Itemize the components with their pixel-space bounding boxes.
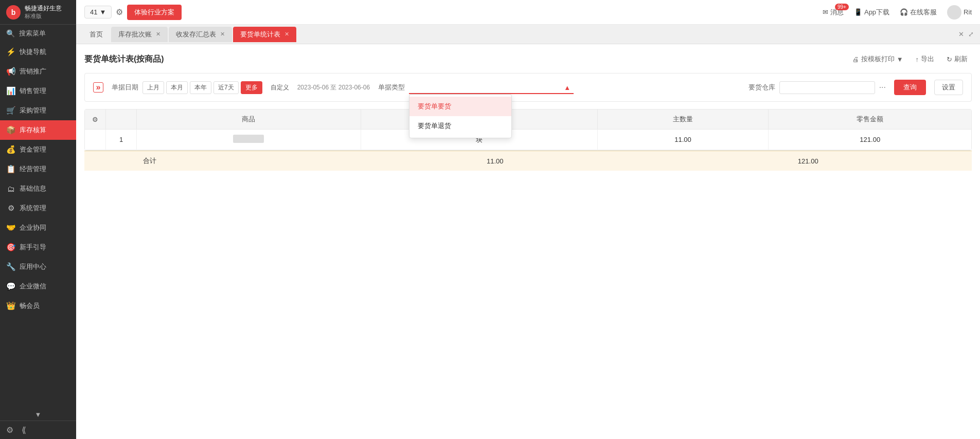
app-center-icon: 🔧 — [6, 262, 15, 271]
sidebar-item-quick-nav[interactable]: ⚡ 快捷导航 — [0, 42, 76, 62]
sidebar-item-guide[interactable]: 🎯 新手引导 — [0, 237, 76, 257]
phone-icon: 📱 — [854, 8, 862, 16]
online-service-item[interactable]: 🎧 在线客服 — [900, 8, 937, 17]
tab-home[interactable]: 首页 — [82, 27, 110, 42]
col-amount: 零售金额 — [769, 109, 971, 130]
table-row: 1 块 11.00 121.00 — [85, 130, 971, 150]
sidebar-item-purchase[interactable]: 🛒 采购管理 — [0, 101, 76, 120]
sidebar-item-enterprise-coop[interactable]: 🤝 企业协同 — [0, 218, 76, 237]
type-filter-label: 单据类型 — [378, 83, 405, 92]
dropdown-option-purchase-order[interactable]: 要货单要货 — [409, 97, 511, 116]
sidebar-item-app-center[interactable]: 🔧 应用中心 — [0, 257, 76, 277]
close-receive-summary-icon[interactable]: ✕ — [220, 31, 225, 38]
footer-settings-icon[interactable]: ⚙ — [6, 425, 13, 435]
guide-icon: 🎯 — [6, 243, 15, 252]
sales-icon: 📊 — [6, 86, 15, 96]
refresh-icon: ↻ — [947, 56, 952, 63]
refresh-button[interactable]: ↻ 刷新 — [942, 52, 972, 66]
enterprise-coop-icon: 🤝 — [6, 223, 15, 232]
tabs-right: ✕ ⤢ — [958, 30, 974, 38]
date-filter-label: 单据日期 — [112, 83, 138, 92]
sidebar-item-operation[interactable]: 📋 经营管理 — [0, 159, 76, 179]
filter-row: » 单据日期 上月 本月 本年 近7天 更多 自定义 2023-05-06 至 … — [93, 80, 963, 95]
sidebar-item-marketing[interactable]: 📢 营销推广 — [0, 62, 76, 81]
messages-item[interactable]: ✉ 消息 99+ — [823, 8, 844, 17]
header-settings-icon[interactable]: ⚙ — [116, 7, 123, 17]
btn-this-month[interactable]: 本月 — [166, 81, 188, 94]
search-icon: 🔍 — [6, 29, 15, 38]
headset-icon: 🎧 — [900, 8, 908, 16]
sidebar-search[interactable]: 🔍 搜索菜单 — [0, 25, 76, 42]
tabs-bar: 首页 库存批次账 ✕ 收发存汇总表 ✕ 要货单统计表 ✕ ✕ ⤢ — [76, 25, 980, 44]
col-qty: 主数量 — [597, 109, 769, 130]
date-filter-group: 单据日期 上月 本月 本年 近7天 更多 自定义 2023-05-06 至 20… — [112, 81, 370, 94]
footer-collapse-icon[interactable]: ⟪ — [22, 425, 26, 435]
sidebar-item-vip[interactable]: 👑 畅会员 — [0, 296, 76, 316]
system-icon: ⚙ — [6, 204, 15, 213]
quick-nav-icon: ⚡ — [6, 47, 15, 57]
logo-text: 畅捷通好生意 标准版 — [25, 5, 62, 20]
dropdown-option-purchase-return[interactable]: 要货单退货 — [409, 116, 511, 136]
sidebar-footer: ⚙ ⟪ — [0, 420, 76, 439]
print-button[interactable]: 🖨 按模板打印 ▼ — [848, 52, 907, 66]
sidebar-item-finance[interactable]: 💰 资金管理 — [0, 140, 76, 159]
btn-up-month[interactable]: 上月 — [142, 81, 164, 94]
btn-more[interactable]: 更多 — [241, 81, 262, 94]
btn-recent7[interactable]: 近7天 — [213, 81, 239, 94]
tab-order-stats[interactable]: 要货单统计表 ✕ — [233, 27, 296, 42]
type-filter-input[interactable] — [409, 81, 574, 94]
total-qty: 11.00 — [338, 157, 652, 165]
settings-button[interactable]: 设置 — [934, 80, 963, 95]
marketing-icon: 📢 — [6, 67, 15, 76]
tab-expand-icon[interactable]: ⤢ — [968, 30, 974, 38]
row-amount-cell: 121.00 — [769, 130, 971, 150]
dropdown-arrow-icon: ▼ — [99, 8, 106, 16]
user-avatar — [947, 5, 961, 20]
warehouse-label: 要货仓库 — [749, 83, 775, 92]
page-actions: 🖨 按模板打印 ▼ ↑ 导出 ↻ 刷新 — [848, 52, 972, 66]
header-title-area: 41 ▼ ⚙ 体验行业方案 — [84, 5, 816, 20]
type-filter-group: 单据类型 ▲ 要货单要货 要货单退货 — [378, 81, 740, 94]
warehouse-filter-input[interactable] — [779, 81, 875, 94]
sidebar-item-sales[interactable]: 📊 销售管理 — [0, 81, 76, 101]
finance-icon: 💰 — [6, 145, 15, 154]
type-dropdown-popup: 要货单要货 要货单退货 — [409, 94, 512, 138]
table-container: ⚙ 商品 主计量单位 主数量 零售金额 1 — [84, 109, 972, 151]
messages-icon: ✉ — [823, 8, 828, 16]
filter-expand-btn[interactable]: » — [93, 82, 103, 93]
operation-icon: 📋 — [6, 164, 15, 174]
user-avatar-item[interactable]: Rit — [947, 5, 972, 20]
close-order-stats-icon[interactable]: ✕ — [284, 31, 289, 38]
basic-info-icon: 🗂 — [6, 185, 15, 193]
data-table: ⚙ 商品 主计量单位 主数量 零售金额 1 — [85, 109, 971, 150]
tab-receive-summary[interactable]: 收发存汇总表 ✕ — [169, 27, 232, 42]
query-button[interactable]: 查询 — [894, 80, 926, 95]
logo-icon: b — [6, 5, 21, 20]
type-input-wrap: ▲ 要货单要货 要货单退货 — [409, 81, 574, 94]
sidebar-item-system[interactable]: ⚙ 系统管理 — [0, 198, 76, 218]
row-qty-cell: 11.00 — [597, 130, 769, 150]
btn-custom[interactable]: 自定义 — [266, 82, 293, 94]
warehouse-more-icon[interactable]: ··· — [879, 83, 886, 92]
type-dropdown-arrow-icon[interactable]: ▲ — [564, 84, 571, 92]
app-download-item[interactable]: 📱 App下载 — [854, 8, 889, 17]
sidebar-logo: b 畅捷通好生意 标准版 — [0, 0, 76, 25]
page-title-bar: 要货单统计表(按商品) 🖨 按模板打印 ▼ ↑ 导出 ↻ 刷新 — [84, 52, 972, 66]
tab-batch-ledger[interactable]: 库存批次账 ✕ — [111, 27, 168, 42]
sidebar-scroll-down[interactable]: ▼ — [0, 409, 76, 420]
table-header-row: ⚙ 商品 主计量单位 主数量 零售金额 — [85, 109, 971, 130]
sidebar-nav: ⚡ 快捷导航 📢 营销推广 📊 销售管理 🛒 采购管理 📦 库存核算 💰 资金管… — [0, 42, 76, 409]
sidebar-item-inventory[interactable]: 📦 库存核算 — [0, 120, 76, 140]
header-right: ✉ 消息 99+ 📱 App下载 🎧 在线客服 Rit — [823, 5, 972, 20]
col-settings[interactable]: ⚙ — [85, 109, 106, 130]
warehouse-filter-group: 要货仓库 ··· — [749, 81, 886, 94]
vip-icon: 👑 — [6, 301, 15, 310]
trial-button[interactable]: 体验行业方案 — [127, 5, 182, 20]
sidebar-item-enterprise-wechat[interactable]: 💬 企业微信 — [0, 277, 76, 296]
tab-close-all-icon[interactable]: ✕ — [958, 30, 964, 38]
btn-this-year[interactable]: 本年 — [190, 81, 211, 94]
export-button[interactable]: ↑ 导出 — [912, 52, 939, 66]
store-dropdown[interactable]: 41 ▼ — [84, 6, 112, 19]
sidebar-item-basic-info[interactable]: 🗂 基础信息 — [0, 179, 76, 198]
close-batch-ledger-icon[interactable]: ✕ — [156, 31, 161, 38]
